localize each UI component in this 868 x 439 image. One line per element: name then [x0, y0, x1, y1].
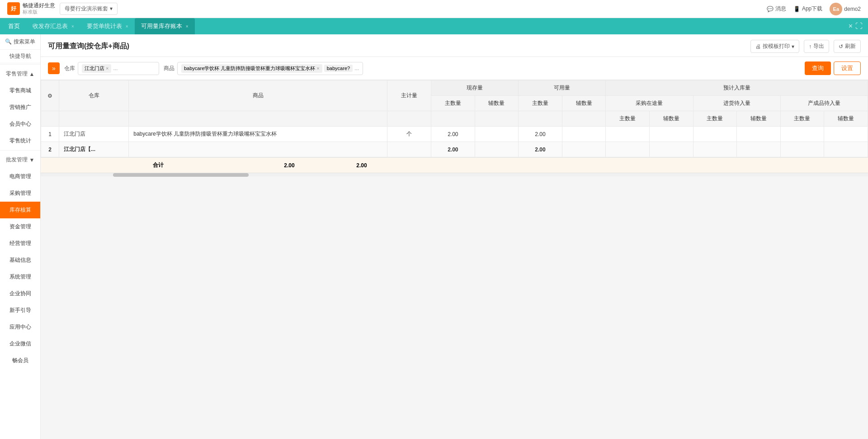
- close-tab-icon[interactable]: ×: [849, 22, 853, 30]
- col-sub-empty5: [431, 111, 475, 127]
- filter-toggle-btn[interactable]: »: [48, 62, 60, 74]
- row1-available-aux: [562, 127, 606, 142]
- sidebar-divider-1: [0, 64, 40, 65]
- retail-stats-label: 零售统计: [9, 137, 31, 145]
- settings-icon: ⚙: [47, 93, 52, 99]
- col-settings[interactable]: ⚙: [41, 80, 59, 111]
- sidebar-item-system[interactable]: 系统管理: [0, 269, 40, 285]
- sidebar-item-member[interactable]: 会员中心: [0, 116, 40, 132]
- logo-text-block: 畅捷通好生意 标准版: [23, 2, 55, 15]
- chevron-down-icon-2: ▼: [29, 157, 35, 163]
- sidebar-item-ops-mgmt[interactable]: 经营管理: [0, 235, 40, 252]
- scroll-thumb[interactable]: [113, 173, 249, 177]
- col-purchase-transit-aux: 辅数量: [649, 111, 693, 127]
- marketing-label: 营销推广: [9, 104, 31, 111]
- tab-home[interactable]: 首页: [2, 18, 26, 34]
- content-area: 可用量查询(按仓库+商品) 🖨 按模板打印 ▾ ↑ 导出 ↺ 刷新: [41, 34, 868, 439]
- footer-available-main: 2.00: [356, 162, 367, 169]
- sidebar-item-ecommerce[interactable]: 电商管理: [0, 168, 40, 185]
- fullscreen-icon[interactable]: ⛶: [855, 22, 863, 30]
- refresh-btn[interactable]: ↺ 刷新: [834, 40, 861, 53]
- sidebar-item-basic-info[interactable]: 基础信息: [0, 252, 40, 269]
- col-purchase-pending-header: 进货待入量: [693, 96, 780, 111]
- sidebar-item-purchase[interactable]: 采购管理: [0, 185, 40, 202]
- warehouse-filter-input[interactable]: 江北门店 × ...: [78, 62, 159, 75]
- row1-pt-aux: [649, 127, 693, 142]
- refresh-icon: ↺: [839, 43, 843, 50]
- product-more[interactable]: ...: [354, 65, 359, 71]
- search-label: 搜索菜单: [14, 38, 35, 45]
- row1-settings[interactable]: 1: [41, 127, 59, 142]
- sidebar-item-enterprise[interactable]: 企业协同: [0, 285, 40, 302]
- col-sub-empty6: [475, 111, 519, 127]
- tab-income-close[interactable]: ×: [71, 24, 74, 29]
- product-filter-input[interactable]: babycare学饮杯 儿童防摔防撞吸管杯重力球吸嘴杯宝宝水杯 × babyca…: [177, 62, 363, 75]
- row1-prod-aux: [824, 127, 868, 142]
- wholesale-mgmt-label: 批发管理: [6, 156, 28, 164]
- warehouse-tag-close[interactable]: ×: [106, 66, 108, 71]
- sidebar-item-finance[interactable]: 资金管理: [0, 218, 40, 235]
- sidebar-item-member-vip[interactable]: 畅会员: [0, 352, 40, 369]
- footer-label: 合计: [153, 162, 164, 168]
- logo-icon: 好: [7, 2, 20, 15]
- sidebar-item-retail-stats[interactable]: 零售统计: [0, 132, 40, 149]
- sidebar-item-marketing[interactable]: 营销推广: [0, 99, 40, 116]
- search-icon: 🔍: [5, 38, 12, 45]
- page-title: 可用量查询(按仓库+商品): [48, 42, 129, 51]
- tab-order[interactable]: 要货单统计表 ×: [80, 18, 135, 34]
- chevron-down-icon: ▾: [110, 5, 113, 12]
- sidebar-item-enterprise-wechat[interactable]: 企业微信: [0, 335, 40, 352]
- col-sub-empty1: [41, 111, 59, 127]
- print-icon: 🖨: [755, 43, 761, 50]
- col-forecast-header: 预计入库量: [606, 80, 868, 96]
- sidebar-item-retail-mgmt[interactable]: 零售管理 ▲: [0, 66, 40, 82]
- product-tag-2: babycare?: [324, 65, 353, 72]
- col-sub-empty2: [59, 111, 129, 127]
- query-btn[interactable]: 查询: [805, 61, 831, 75]
- sidebar-quick-nav[interactable]: 快捷导航: [0, 50, 40, 63]
- print-btn[interactable]: 🖨 按模板打印 ▾: [750, 40, 799, 53]
- col-available-aux: 辅数量: [562, 96, 606, 111]
- user-profile[interactable]: Ea demo2: [830, 3, 861, 15]
- sidebar-item-app-center[interactable]: 应用中心: [0, 319, 40, 335]
- product-filter-label: 商品: [164, 65, 175, 72]
- tab-income-label: 收发存汇总表: [33, 22, 68, 30]
- row2-prod-main: [780, 142, 824, 157]
- sidebar-item-new-guide[interactable]: 新手引导: [0, 302, 40, 319]
- bottom-scrollbar[interactable]: [41, 173, 868, 176]
- row1-available-main: 2.00: [519, 127, 562, 142]
- row2-available-main: 2.00: [519, 142, 562, 157]
- product-tag-1: babycare学饮杯 儿童防摔防撞吸管杯重力球吸嘴杯宝宝水杯 ×: [181, 64, 322, 73]
- app-download-btn[interactable]: 📱 App下载: [793, 5, 822, 13]
- tab-available-label: 可用量库存账本: [141, 22, 182, 30]
- new-guide-label: 新手引导: [9, 307, 31, 314]
- export-btn[interactable]: ↑ 导出: [804, 40, 829, 53]
- message-label: 消息: [775, 5, 786, 13]
- member-vip-label: 畅会员: [12, 357, 28, 364]
- col-available-header: 可用量: [519, 80, 606, 96]
- setting-btn[interactable]: 设置: [834, 61, 861, 75]
- tab-available-close[interactable]: ×: [186, 24, 189, 29]
- sidebar-search[interactable]: 🔍 搜索菜单: [0, 34, 40, 50]
- tab-available[interactable]: 可用量库存账本 ×: [135, 18, 195, 34]
- sidebar-divider-2: [0, 150, 40, 151]
- enterprise-label: 企业协同: [9, 290, 31, 297]
- sidebar-item-inventory[interactable]: 库存核算: [0, 202, 40, 218]
- industry-selector[interactable]: 母婴行业演示账套 ▾: [60, 3, 118, 15]
- tab-order-close[interactable]: ×: [126, 24, 128, 29]
- top-bar-right: 💬 消息 📱 App下载 Ea demo2: [767, 3, 861, 15]
- sidebar-item-retail-mall[interactable]: 零售商城: [0, 82, 40, 99]
- tab-income[interactable]: 收发存汇总表 ×: [26, 18, 80, 34]
- message-btn[interactable]: 💬 消息: [767, 5, 786, 13]
- warehouse-more[interactable]: ...: [113, 65, 118, 71]
- table-row: 2 江北门店【... 2.00 2.00: [41, 142, 868, 157]
- product-tag-1-close[interactable]: ×: [316, 66, 319, 71]
- sidebar-item-wholesale-mgmt[interactable]: 批发管理 ▼: [0, 151, 40, 168]
- row1-pp-aux: [737, 127, 781, 142]
- col-warehouse-header: 仓库: [59, 80, 129, 111]
- print-chevron-icon: ▾: [792, 43, 794, 50]
- tab-home-label: 首页: [8, 22, 20, 30]
- row1-pt-main: [606, 127, 650, 142]
- refresh-label: 刷新: [845, 42, 856, 50]
- col-stock-aux: 辅数量: [475, 96, 519, 111]
